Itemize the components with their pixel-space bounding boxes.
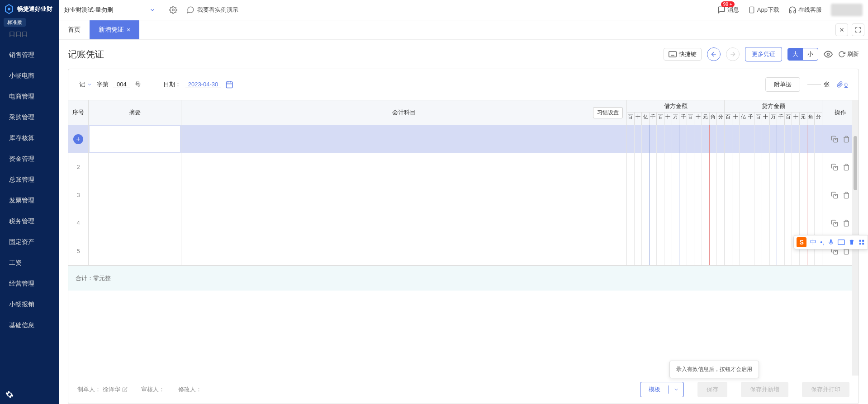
digit-header: 万 [770, 113, 778, 125]
subject-cell[interactable] [181, 181, 627, 209]
sidebar-item-reimburse[interactable]: 小畅报销 [0, 294, 59, 315]
org-selector[interactable]: 好业财测试-量勿删 [64, 6, 156, 14]
ime-lang[interactable]: 中 [810, 238, 816, 246]
demo-link[interactable]: 我要看实例演示 [186, 6, 238, 14]
app-download-button[interactable]: App下载 [748, 6, 779, 14]
size-large-button[interactable]: 大 [788, 48, 803, 60]
logo-icon [4, 4, 14, 14]
close-icon[interactable]: × [127, 26, 130, 33]
summary-cell[interactable] [89, 237, 181, 265]
ime-punct-icon[interactable]: •, [820, 239, 824, 246]
close-tab-button[interactable] [835, 23, 848, 36]
sidebar-item-basic[interactable]: 基础信息 [0, 315, 59, 336]
template-button[interactable]: 模板 [640, 382, 684, 397]
sidebar-item-purchase[interactable]: 采购管理 [0, 107, 59, 128]
calendar-button[interactable] [225, 80, 233, 89]
copy-row-icon[interactable] [831, 164, 838, 171]
subject-cell[interactable] [181, 153, 627, 181]
summary-cell[interactable] [89, 153, 181, 181]
delete-row-icon[interactable] [843, 220, 850, 227]
delete-row-icon[interactable] [843, 192, 850, 199]
chevron-down-icon [674, 387, 679, 392]
voucher-number-input[interactable]: 004 [113, 81, 130, 88]
mobile-icon [748, 6, 755, 14]
subject-cell[interactable] [181, 237, 627, 265]
more-vouchers-button[interactable]: 更多凭证 [745, 47, 782, 61]
ime-toolbox-icon[interactable] [859, 239, 865, 245]
voucher-type-select[interactable]: 记 [79, 80, 92, 89]
prev-voucher-button[interactable] [707, 47, 721, 61]
digit-header: 十 [732, 113, 740, 125]
copy-row-icon[interactable] [831, 192, 838, 199]
sidebar-item-truncated[interactable]: 口口口 [0, 30, 59, 45]
sidebar-settings[interactable] [0, 385, 59, 404]
digit-header: 百 [657, 113, 664, 125]
summary-input[interactable] [90, 126, 180, 152]
view-button[interactable] [824, 50, 833, 59]
size-small-button[interactable]: 小 [803, 48, 818, 60]
credit-amount[interactable] [725, 209, 822, 237]
header-summary: 摘要 [89, 100, 181, 125]
debit-amount[interactable] [627, 181, 725, 209]
credit-amount[interactable] [725, 125, 822, 153]
shortcut-button[interactable]: 快捷键 [664, 48, 702, 61]
ime-voice-icon[interactable] [828, 239, 834, 245]
sidebar-item-tax[interactable]: 税务管理 [0, 211, 59, 232]
sidebar: 畅捷通好业财 标准版 口口口 销售管理 小畅电商 电商管理 采购管理 库存核算 … [0, 0, 59, 404]
sidebar-item-sales[interactable]: 销售管理 [0, 45, 59, 66]
attachment-link[interactable]: 0 [837, 81, 848, 88]
summary-cell[interactable] [89, 125, 181, 153]
sidebar-item-invoice[interactable]: 发票管理 [0, 190, 59, 211]
table-row[interactable]: 5 [68, 237, 859, 265]
add-row-button[interactable]: + [73, 134, 83, 144]
table-row[interactable]: 3 [68, 181, 859, 209]
ime-toolbar[interactable]: S 中 •, [793, 235, 868, 249]
copy-row-icon[interactable] [831, 136, 838, 143]
tab-new-voucher[interactable]: 新增凭证 × [90, 20, 139, 39]
avatar[interactable] [831, 4, 863, 16]
sidebar-item-xiaochang-ec[interactable]: 小畅电商 [0, 66, 59, 86]
debit-amount[interactable] [627, 209, 725, 237]
sidebar-item-fixed-assets[interactable]: 固定资产 [0, 232, 59, 253]
summary-cell[interactable] [89, 209, 181, 237]
table-header: 序号 摘要 会计科目 习惯设置 借方金额 百十亿千百十万千百十元角分 贷方金额 … [68, 100, 859, 125]
sidebar-item-funds[interactable]: 资金管理 [0, 149, 59, 169]
table-row[interactable]: 4 [68, 209, 859, 237]
sidebar-item-inventory[interactable]: 库存核算 [0, 128, 59, 149]
subject-cell[interactable] [181, 209, 627, 237]
table-row[interactable]: + [68, 125, 859, 153]
debit-amount[interactable] [627, 237, 725, 265]
digit-header: 百 [725, 113, 732, 125]
tab-home[interactable]: 首页 [59, 20, 90, 39]
credit-amount[interactable] [725, 153, 822, 181]
copy-row-icon[interactable] [831, 220, 838, 227]
ime-keyboard-icon[interactable] [838, 240, 845, 245]
sidebar-item-ledger[interactable]: 总账管理 [0, 169, 59, 190]
customer-service-button[interactable]: 在线客服 [788, 6, 822, 14]
arrow-left-icon [710, 51, 717, 58]
delete-row-icon[interactable] [843, 164, 850, 171]
digit-header: 十 [635, 113, 642, 125]
attach-document-button[interactable]: 附单据 [765, 77, 800, 92]
sidebar-item-business[interactable]: 经营管理 [0, 273, 59, 294]
table-row[interactable]: 2 [68, 153, 859, 181]
credit-amount[interactable] [725, 181, 822, 209]
debit-amount[interactable] [627, 125, 725, 153]
subject-cell[interactable] [181, 125, 627, 153]
sidebar-item-salary[interactable]: 工资 [0, 253, 59, 273]
svg-rect-37 [862, 243, 864, 244]
debit-amount[interactable] [627, 153, 725, 181]
svg-rect-33 [838, 240, 845, 245]
fullscreen-button[interactable] [852, 23, 864, 36]
edit-icon[interactable] [122, 387, 128, 392]
sidebar-item-ecommerce[interactable]: 电商管理 [0, 86, 59, 107]
habit-settings-button[interactable]: 习惯设置 [593, 107, 623, 118]
date-input[interactable]: 2023-04-30 [185, 81, 221, 88]
refresh-button[interactable]: 刷新 [838, 50, 859, 58]
next-voucher-button[interactable] [726, 47, 740, 61]
settings-button[interactable] [169, 6, 177, 14]
ime-skin-icon[interactable] [849, 239, 855, 245]
messages-button[interactable]: 99 + 消息 [717, 6, 739, 14]
delete-row-icon[interactable] [843, 136, 850, 143]
summary-cell[interactable] [89, 181, 181, 209]
